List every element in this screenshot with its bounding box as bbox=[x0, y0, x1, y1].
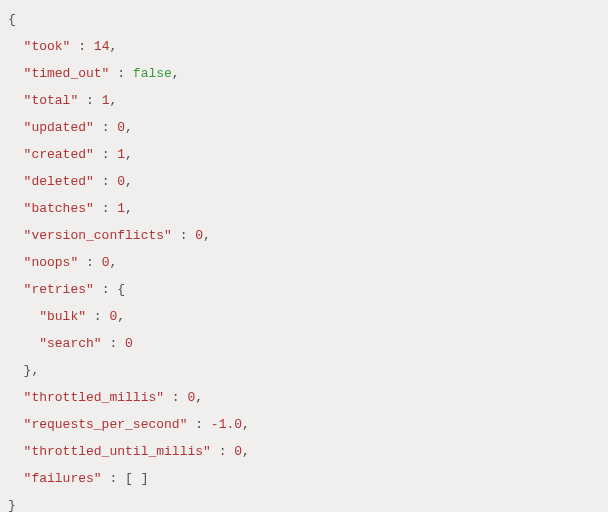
code-line: { bbox=[8, 6, 600, 33]
code-line: "throttled_millis" : 0, bbox=[8, 384, 600, 411]
code-line: "updated" : 0, bbox=[8, 114, 600, 141]
json-code-block: { "took" : 14, "timed_out" : false, "tot… bbox=[8, 6, 600, 512]
code-line: "total" : 1, bbox=[8, 87, 600, 114]
code-line: "took" : 14, bbox=[8, 33, 600, 60]
code-line: "search" : 0 bbox=[8, 330, 600, 357]
code-line: "batches" : 1, bbox=[8, 195, 600, 222]
code-line: "requests_per_second" : -1.0, bbox=[8, 411, 600, 438]
code-line: "failures" : [ ] bbox=[8, 465, 600, 492]
code-line: "deleted" : 0, bbox=[8, 168, 600, 195]
code-line: "version_conflicts" : 0, bbox=[8, 222, 600, 249]
code-line: "noops" : 0, bbox=[8, 249, 600, 276]
code-line: "timed_out" : false, bbox=[8, 60, 600, 87]
code-line: }, bbox=[8, 357, 600, 384]
code-line: } bbox=[8, 492, 600, 512]
code-line: "throttled_until_millis" : 0, bbox=[8, 438, 600, 465]
code-line: "bulk" : 0, bbox=[8, 303, 600, 330]
code-line: "retries" : { bbox=[8, 276, 600, 303]
code-line: "created" : 1, bbox=[8, 141, 600, 168]
